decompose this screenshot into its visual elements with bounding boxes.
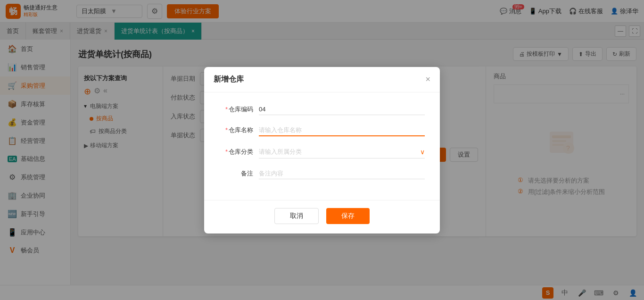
warehouse-name-input[interactable] [259, 125, 425, 136]
warehouse-note-input[interactable] [259, 168, 425, 179]
modal-overlay: 新增仓库 × 仓库编码 仓库名称 仓库分类 请输入所属分类 ∨ [0, 0, 644, 300]
new-warehouse-modal: 新增仓库 × 仓库编码 仓库名称 仓库分类 请输入所属分类 ∨ [204, 67, 440, 233]
modal-header: 新增仓库 × [204, 67, 440, 92]
code-label: 仓库编码 [219, 105, 253, 114]
form-row-category: 仓库分类 请输入所属分类 ∨ [219, 146, 425, 158]
category-placeholder: 请输入所属分类 [259, 148, 302, 156]
warehouse-code-input[interactable] [259, 104, 425, 115]
category-dropdown-icon: ∨ [420, 148, 425, 156]
modal-footer: 取消 保存 [204, 200, 440, 233]
cancel-button[interactable]: 取消 [274, 208, 319, 224]
form-row-name: 仓库名称 [219, 125, 425, 136]
modal-close-icon[interactable]: × [425, 75, 430, 83]
form-row-code: 仓库编码 [219, 104, 425, 115]
modal-title: 新增仓库 [214, 75, 244, 84]
note-label: 备注 [219, 169, 253, 178]
modal-body: 仓库编码 仓库名称 仓库分类 请输入所属分类 ∨ 备注 [204, 92, 440, 200]
category-label: 仓库分类 [219, 148, 253, 156]
form-row-note: 备注 [219, 168, 425, 179]
name-label: 仓库名称 [219, 126, 253, 134]
save-button[interactable]: 保存 [326, 208, 370, 224]
warehouse-category-select[interactable]: 请输入所属分类 ∨ [259, 146, 425, 158]
